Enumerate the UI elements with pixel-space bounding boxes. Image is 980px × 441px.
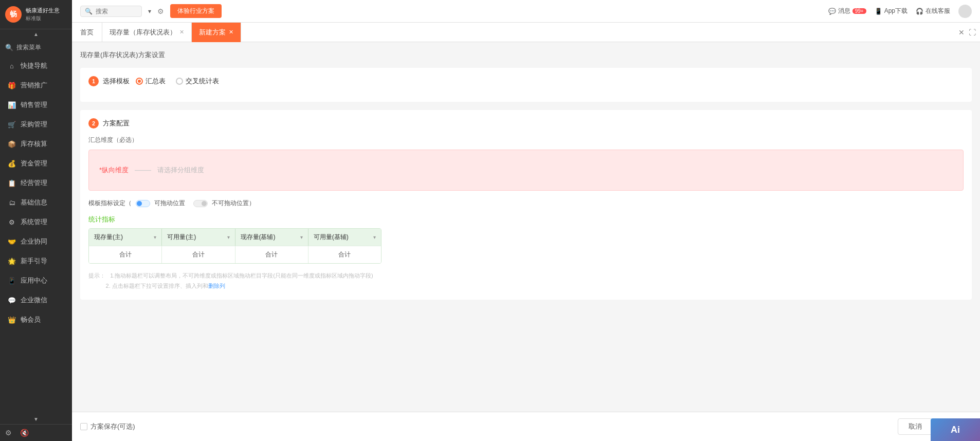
stat-cell-4: 合计 [308, 246, 381, 263]
stat-table: 现存量(主) ▾ 可用量(主) ▾ 现存量(基辅) ▾ 可用量(基辅) [88, 228, 382, 264]
ai-badge-label: Ai [951, 425, 960, 435]
sidebar-bottom: ⚙ 🔇 [0, 424, 72, 441]
sidebar-item-marketing[interactable]: 🎁 营销推广 [0, 76, 72, 95]
topbar-gear-icon[interactable]: ⚙ [157, 7, 164, 15]
sidebar-item-member[interactable]: 👑 畅会员 [0, 310, 72, 329]
wechat-icon: 💬 [7, 296, 16, 305]
tab-home[interactable]: 首页 [72, 23, 102, 42]
template-radio-group: 汇总表 交叉统计表 [136, 77, 219, 86]
tip-1: 提示： 1.拖动标题栏可以调整布局，不可跨维度或指标区域拖动栏目字段(只能在同一… [88, 271, 964, 281]
topbar-online-service[interactable]: 🎧 在线客服 [916, 7, 950, 15]
sidebar-item-finance[interactable]: 💰 资金管理 [0, 154, 72, 173]
message-badge: 99+ [852, 8, 866, 14]
section-2: 2 方案配置 汇总维度（必选） *纵向维度 —— 请选择分组维度 模板指标设定（… [80, 110, 972, 300]
sidebar-item-basic-info[interactable]: 🗂 基础信息 [0, 193, 72, 212]
topbar-app-download[interactable]: 📱 App下载 [875, 7, 908, 15]
tip-2: 2. 点击标题栏下拉可设置排序、插入列和删除列 [88, 281, 964, 291]
sidebar-label-sales: 销售管理 [21, 100, 47, 109]
fixed-badge-dot [202, 201, 207, 206]
stat-col-3-chevron: ▾ [300, 234, 303, 240]
stat-col-4-chevron: ▾ [373, 234, 376, 240]
sidebar-item-system[interactable]: ⚙ 系统管理 [0, 212, 72, 232]
app-name: 畅康通好生意 [26, 7, 60, 14]
radio-summary-label: 汇总表 [146, 77, 166, 86]
inventory-icon: 📦 [7, 139, 16, 149]
message-icon: 💬 [828, 8, 836, 15]
sidebar-item-inventory[interactable]: 📦 库存核算 [0, 134, 72, 154]
newbie-icon: 🌟 [7, 256, 16, 266]
search-menu-item[interactable]: 🔍 搜索菜单 [0, 39, 72, 56]
sound-icon[interactable]: 🔇 [20, 429, 29, 437]
settings-icon[interactable]: ⚙ [5, 429, 12, 437]
sidebar-label-management: 经营管理 [21, 178, 47, 188]
stat-col-3[interactable]: 现存量(基辅) ▾ [235, 229, 308, 246]
section2-label: 方案配置 [103, 119, 130, 128]
sidebar-item-newbie[interactable]: 🌟 新手引导 [0, 251, 72, 271]
section1-header: 1 选择模板 汇总表 交叉统计表 [88, 76, 964, 86]
sidebar-scroll-down[interactable]: ▼ [0, 414, 72, 424]
dimension-area[interactable]: *纵向维度 —— 请选择分组维度 [88, 150, 964, 191]
coop-icon: 🤝 [7, 237, 16, 246]
sidebar-item-quick-nav[interactable]: ⌂ 快捷导航 [0, 56, 72, 76]
sidebar-label-wechat: 企业微信 [21, 296, 47, 305]
sidebar-item-purchase[interactable]: 🛒 采购管理 [0, 115, 72, 134]
save-scheme-checkbox[interactable]: 方案保存(可选) [80, 422, 135, 431]
dimension-sub-label: 汇总维度（必选） [88, 136, 964, 144]
sales-icon: 📊 [7, 100, 16, 109]
search-menu-label: 搜索菜单 [16, 43, 41, 52]
indicator-movable-label: 可拖动位置 [154, 199, 185, 208]
sidebar-item-cooperation[interactable]: 🤝 企业协同 [0, 232, 72, 251]
stat-cell-1: 合计 [89, 246, 162, 263]
topbar-dropdown-icon[interactable]: ▾ [148, 8, 151, 15]
sidebar-label-quick-nav: 快捷导航 [21, 61, 47, 70]
topbar-message[interactable]: 💬 消息 99+ [828, 7, 866, 15]
stat-col-1[interactable]: 现存量(主) ▾ [89, 229, 162, 246]
tab-new-scheme-close-icon[interactable]: ✕ [229, 29, 233, 35]
tab-inventory-close-icon[interactable]: ✕ [179, 29, 184, 35]
indicator-settings-row: 模板指标设定（ 可拖动位置 不可拖动位置） [88, 199, 964, 208]
stat-col-2-chevron: ▾ [227, 234, 230, 240]
section2-header: 2 方案配置 [88, 118, 964, 128]
stat-col-4-label: 可用量(基辅) [314, 233, 349, 242]
tab-new-scheme[interactable]: 新建方案 ✕ [192, 23, 241, 42]
home-icon: ⌂ [7, 61, 16, 70]
stat-col-4[interactable]: 可用量(基辅) ▾ [308, 229, 381, 246]
indicator-section: 模板指标设定（ 可拖动位置 不可拖动位置） 统计指标 现存量(主) [88, 199, 964, 291]
sidebar-item-management[interactable]: 📋 经营管理 [0, 173, 72, 193]
tab-right-controls: ✕ ⛶ [958, 28, 980, 36]
sidebar-item-sales[interactable]: 📊 销售管理 [0, 95, 72, 115]
tab-expand-icon[interactable]: ⛶ [969, 28, 976, 36]
main-area: 🔍 ▾ ⚙ 体验行业方案 💬 消息 99+ 📱 App下载 🎧 在线客服 [72, 0, 980, 441]
basic-icon: 🗂 [7, 198, 16, 207]
dimension-placeholder: 请选择分组维度 [157, 166, 204, 175]
fixed-badge [193, 200, 208, 207]
topbar-search-box[interactable]: 🔍 [80, 6, 142, 17]
sidebar-item-app-center[interactable]: 📱 应用中心 [0, 271, 72, 290]
cancel-button[interactable]: 取消 [898, 418, 933, 435]
tips-section: 提示： 1.拖动标题栏可以调整布局，不可跨维度或指标区域拖动栏目字段(只能在同一… [88, 271, 964, 291]
radio-summary-dot [136, 78, 143, 85]
stat-col-1-chevron: ▾ [154, 234, 156, 240]
sidebar-item-wechat[interactable]: 💬 企业微信 [0, 290, 72, 310]
app-download-icon: 📱 [875, 8, 882, 15]
sidebar-label-app-center: 应用中心 [21, 276, 47, 285]
gift-icon: 🎁 [7, 81, 16, 90]
member-icon: 👑 [7, 315, 16, 324]
stat-col-1-label: 现存量(主) [94, 233, 123, 242]
stat-col-2[interactable]: 可用量(主) ▾ [162, 229, 235, 246]
ai-badge[interactable]: Ai [931, 418, 980, 441]
radio-cross[interactable]: 交叉统计表 [176, 77, 219, 86]
topbar-search-input[interactable] [96, 8, 137, 15]
sidebar-scroll-up[interactable]: ▲ [0, 29, 72, 39]
sidebar: 畅 畅康通好生意 标准版 ▲ 🔍 搜索菜单 ⌂ 快捷导航 🎁 营销推广 📊 销售… [0, 0, 72, 441]
sidebar-label-newbie: 新手引导 [21, 256, 47, 266]
user-avatar[interactable] [958, 5, 972, 18]
radio-summary[interactable]: 汇总表 [136, 77, 166, 86]
try-industry-btn[interactable]: 体验行业方案 [170, 4, 222, 18]
content-area: 现存量(库存状况表)方案设置 1 选择模板 汇总表 交叉统计表 [72, 42, 980, 412]
stat-table-header: 现存量(主) ▾ 可用量(主) ▾ 现存量(基辅) ▾ 可用量(基辅) [89, 229, 381, 246]
tab-close-all-icon[interactable]: ✕ [958, 28, 965, 36]
tab-inventory-status[interactable]: 现存量（库存状况表） ✕ [102, 23, 192, 42]
service-label: 在线客服 [925, 7, 950, 15]
tab-home-label: 首页 [80, 28, 94, 37]
